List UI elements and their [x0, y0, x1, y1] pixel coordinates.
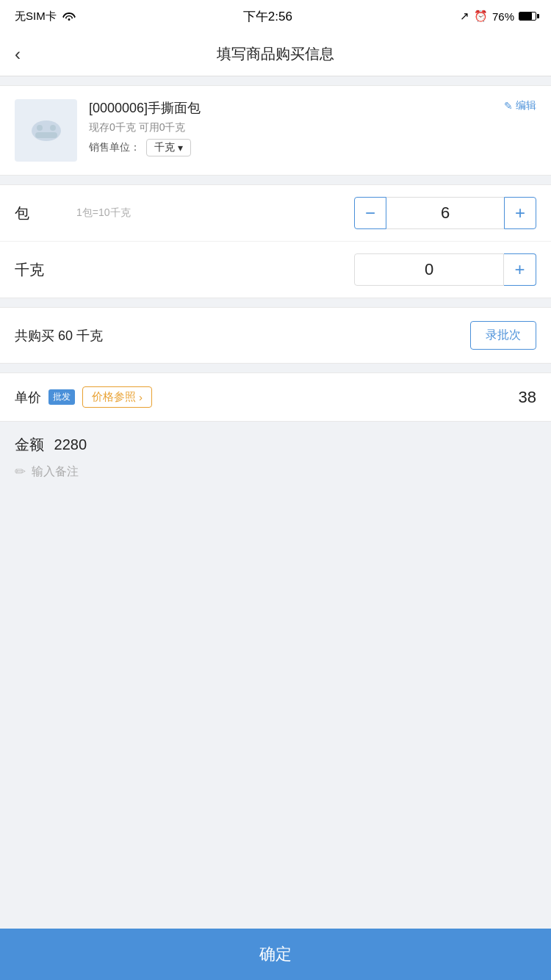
amount-label: 金额 [15, 436, 44, 453]
quantity-section: 包 1包=10千克 − + 千克 + [0, 184, 551, 298]
status-bar: 无SIM卡 下午2:56 ↗ ⏰ 76% [0, 0, 551, 32]
unit-hint-bao: 1包=10千克 [76, 206, 354, 220]
increment-bao-button[interactable]: + [504, 197, 536, 229]
price-value: 38 [519, 388, 536, 407]
product-unit: 销售单位： 千克 ▾ [89, 139, 492, 156]
svg-point-1 [37, 125, 43, 131]
unit-label-bao: 包 [15, 203, 73, 223]
battery-icon [519, 12, 536, 21]
quantity-row-bao: 包 1包=10千克 − + [0, 185, 551, 242]
batch-tag: 批发 [48, 389, 75, 405]
product-info: [0000006]手撕面包 现存0千克 可用0千克 销售单位： 千克 ▾ [89, 99, 492, 156]
quantity-controls-kg: + [354, 253, 536, 286]
amount-row: 金额 2280 [15, 435, 536, 455]
status-time: 下午2:56 [243, 8, 292, 25]
location-icon: ↗ [460, 10, 469, 23]
unit-select[interactable]: 千克 ▾ [146, 139, 191, 156]
product-stock: 现存0千克 可用0千克 [89, 121, 492, 134]
unit-label: 销售单位： [89, 141, 140, 154]
quantity-input-kg[interactable] [354, 253, 504, 286]
edit-icon: ✎ [504, 100, 513, 112]
edit-button[interactable]: ✎ 编辑 [504, 99, 536, 112]
unit-label-kg: 千克 [15, 260, 73, 280]
quantity-input-bao[interactable] [386, 197, 504, 229]
battery-percent: 76% [492, 10, 514, 23]
product-name: [0000006]手撕面包 [89, 99, 492, 117]
note-row[interactable]: ✏ 输入备注 [15, 464, 536, 480]
increment-kg-button[interactable]: + [504, 253, 536, 286]
amount-section: 金额 2280 ✏ 输入备注 [0, 422, 551, 487]
pencil-icon: ✏ [15, 464, 26, 480]
product-card: [0000006]手撕面包 现存0千克 可用0千克 销售单位： 千克 ▾ ✎ 编… [0, 85, 551, 176]
back-button[interactable]: ‹ [15, 44, 21, 65]
total-text: 共购买 60 千克 [15, 327, 103, 345]
amount-value: 2280 [54, 436, 87, 453]
price-section: 单价 批发 价格参照 › 38 [0, 372, 551, 422]
svg-point-2 [50, 125, 56, 131]
price-label: 单价 [15, 389, 41, 406]
total-row: 共购买 60 千克 录批次 [0, 307, 551, 364]
price-reference-button[interactable]: 价格参照 › [82, 386, 152, 408]
carrier-text: 无SIM卡 [15, 10, 57, 24]
alarm-icon: ⏰ [474, 10, 488, 23]
chevron-down-icon: ▾ [178, 142, 183, 154]
decrement-bao-button[interactable]: − [354, 197, 386, 229]
batch-button[interactable]: 录批次 [470, 321, 536, 350]
quantity-controls-bao: − + [354, 197, 536, 229]
note-placeholder: 输入备注 [32, 464, 79, 480]
svg-rect-3 [35, 132, 57, 138]
spacer [0, 487, 551, 634]
chevron-right-icon: › [139, 391, 143, 403]
product-image [15, 99, 77, 162]
confirm-button[interactable]: 确定 [0, 929, 551, 980]
quantity-row-kg: 千克 + [0, 242, 551, 298]
nav-bar: ‹ 填写商品购买信息 [0, 32, 551, 76]
wifi-icon [62, 10, 76, 23]
page-title: 填写商品购买信息 [217, 44, 334, 64]
